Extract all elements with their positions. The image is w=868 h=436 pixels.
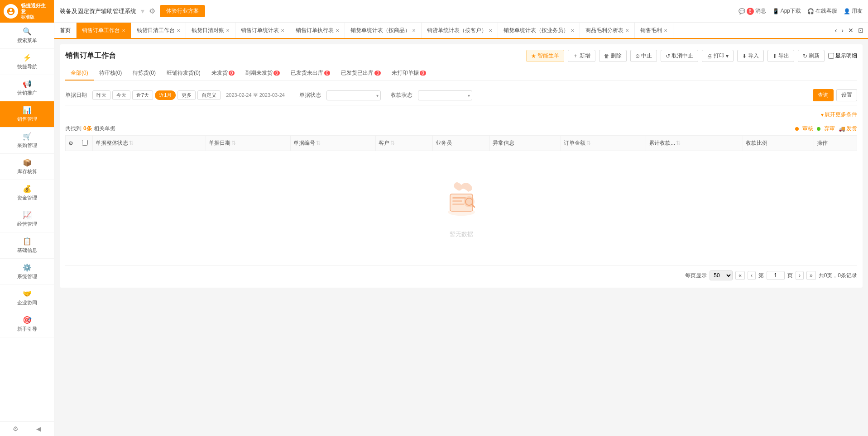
subtab-unprinted[interactable]: 未打印单据0 xyxy=(386,66,432,81)
show-detail-label[interactable]: 显示明细 xyxy=(828,52,857,60)
refresh-btn[interactable]: ↻ 刷新 xyxy=(798,50,825,62)
tab-sales-summary-product[interactable]: 销货单统计表（按商品） ✕ xyxy=(345,23,422,38)
export-btn[interactable]: ⬆ 导出 xyxy=(767,50,794,62)
ship-btn[interactable]: 🚚 发货 xyxy=(839,125,857,133)
app-download-btn[interactable]: 📱 App下载 xyxy=(772,7,801,15)
close-tab-product-margin[interactable]: ✕ xyxy=(625,28,629,33)
print-btn[interactable]: 🖨 打印 ▾ xyxy=(702,50,734,62)
close-tab-sales-execute[interactable]: ✕ xyxy=(336,28,339,33)
filter-7days[interactable]: 近7天 xyxy=(132,90,153,100)
smart-create-btn[interactable]: ★ 智能生单 xyxy=(526,50,564,62)
tab-close-all-btn[interactable]: ✕ xyxy=(846,26,855,35)
filter-1month[interactable]: 近1月 xyxy=(155,90,176,100)
last-page-btn[interactable]: » xyxy=(806,271,816,280)
subtab-pending[interactable]: 待审核(0) xyxy=(94,66,128,81)
delete-btn[interactable]: 🗑 删除 xyxy=(599,50,627,62)
subtab-all[interactable]: 全部(0) xyxy=(65,66,94,81)
cancel-stop-btn[interactable]: ↺ 取消中止 xyxy=(661,50,698,62)
sidebar-item-system[interactable]: ⚙️ 系统管理 xyxy=(0,259,54,285)
tab-prev-btn[interactable]: ‹ xyxy=(833,26,839,35)
sidebar-item-search[interactable]: 🔍 搜索菜单 xyxy=(0,23,54,49)
sidebar-item-operation[interactable]: 📈 经营管理 xyxy=(0,206,54,232)
close-tab-cash-daily[interactable]: ✕ xyxy=(177,28,180,33)
sidebar-item-inventory[interactable]: 📦 库存核算 xyxy=(0,154,54,180)
query-btn[interactable]: 查询 xyxy=(813,89,834,101)
industry-solution-btn[interactable]: 体验行业方案 xyxy=(160,5,205,17)
subtab-wangpu[interactable]: 旺铺待发货(0) xyxy=(161,66,206,81)
stop-btn[interactable]: ⊙ 中止 xyxy=(630,50,657,62)
tab-sales-summary-staff[interactable]: 销货单统计表（按业务员） ✕ xyxy=(498,23,580,38)
subtab-shipped-stocked[interactable]: 已发货已出库0 xyxy=(336,66,386,81)
select-all-checkbox[interactable] xyxy=(82,140,88,146)
message-btn[interactable]: 💬 6 消息 xyxy=(739,7,766,15)
tab-sales-stats[interactable]: 销售订单统计表 ✕ xyxy=(235,23,290,38)
payment-select[interactable] xyxy=(418,90,472,100)
tab-expand-btn[interactable]: ⊡ xyxy=(856,26,865,35)
status-select[interactable] xyxy=(326,90,381,100)
sidebar-item-guide[interactable]: 🎯 新手引导 xyxy=(0,311,54,337)
reject-btn[interactable]: 弃审 xyxy=(824,125,835,133)
user-menu[interactable]: 👤 用友 xyxy=(844,7,863,15)
phone-icon: 📱 xyxy=(772,8,779,14)
subtab-unshipped[interactable]: 未发货0 xyxy=(206,66,240,81)
close-tab-sales-summary-product[interactable]: ✕ xyxy=(412,28,416,33)
filter-today[interactable]: 今天 xyxy=(112,90,130,100)
tab-product-margin[interactable]: 商品毛利分析表 ✕ xyxy=(580,23,635,38)
subtab-shipped-unstock[interactable]: 已发货未出库0 xyxy=(285,66,336,81)
close-tab-sales-profit[interactable]: ✕ xyxy=(664,28,667,33)
empty-text: 暂无数据 xyxy=(450,230,473,238)
close-tab-sales-summary-customer[interactable]: ✕ xyxy=(489,28,492,33)
tab-cash-daily[interactable]: 钱货日清工作台 ✕ xyxy=(131,23,186,38)
sidebar-item-basic[interactable]: 📋 基础信息 xyxy=(0,232,54,259)
subtab-pending-inspect[interactable]: 待拣货(0) xyxy=(127,66,161,81)
tab-next-btn[interactable]: › xyxy=(839,26,845,35)
print-dropdown-icon: ▾ xyxy=(726,53,729,59)
filter-yesterday[interactable]: 昨天 xyxy=(92,90,110,100)
per-page-select[interactable]: 10 20 50 100 xyxy=(710,270,733,280)
import-btn[interactable]: ⬇ 导入 xyxy=(737,50,764,62)
sidebar-item-cooperation[interactable]: 🤝 企业协同 xyxy=(0,285,54,311)
filter-custom[interactable]: 自定义 xyxy=(197,90,221,100)
settings-icon[interactable]: ⚙ xyxy=(13,425,19,432)
system-title: 装备及固定资产辅助管理系统 xyxy=(60,7,136,15)
close-tab-sales-summary-staff[interactable]: ✕ xyxy=(571,28,574,33)
trash-icon: 🗑 xyxy=(604,53,609,59)
search-icon: 🔍 xyxy=(23,27,32,36)
close-tab-sales-workbench[interactable]: ✕ xyxy=(122,28,125,33)
sidebar-item-sales[interactable]: 📊 销售管理 xyxy=(0,101,54,128)
tab-sales-execute[interactable]: 销售订单执行表 ✕ xyxy=(290,23,345,38)
tab-home[interactable]: 首页 xyxy=(54,23,77,38)
tab-sales-profit[interactable]: 销售毛利 ✕ xyxy=(635,23,673,38)
total-count: 0条 xyxy=(83,125,92,133)
sidebar-item-finance[interactable]: 💰 资金管理 xyxy=(0,180,54,206)
settings-btn[interactable]: ⚙ xyxy=(149,7,155,15)
tab-sales-workbench[interactable]: 销售订单工作台 ✕ xyxy=(77,23,131,38)
tab-cash-reconcile[interactable]: 钱货日清对账 ✕ xyxy=(186,23,235,38)
first-page-btn[interactable]: « xyxy=(735,271,745,280)
collapse-icon[interactable]: ◀ xyxy=(36,425,41,432)
col-settings-icon[interactable]: ⚙ xyxy=(68,140,73,147)
next-page-btn[interactable]: › xyxy=(796,271,804,280)
filter-settings-btn[interactable]: 设置 xyxy=(836,89,857,101)
title-dropdown-icon[interactable]: ▾ xyxy=(141,7,144,15)
filter-more[interactable]: 更多 xyxy=(177,90,196,100)
tab-sales-summary-customer[interactable]: 销货单统计表（按客户） ✕ xyxy=(422,23,498,38)
sidebar-item-marketing[interactable]: 📢 营销推广 xyxy=(0,75,54,101)
sidebar-item-quick-nav[interactable]: ⚡ 快捷导航 xyxy=(0,49,54,75)
sidebar-item-purchase[interactable]: 🛒 采购管理 xyxy=(0,128,54,154)
filter-action-btns: 查询 设置 xyxy=(813,89,857,101)
add-btn[interactable]: ＋ 新增 xyxy=(568,50,595,62)
page-input[interactable] xyxy=(767,271,785,280)
audit-btn[interactable]: 审核 xyxy=(802,125,813,133)
show-detail-checkbox[interactable] xyxy=(828,53,834,59)
handshake-icon: 🤝 xyxy=(23,289,32,298)
subtab-overdue[interactable]: 到期未发货0 xyxy=(240,66,285,81)
close-tab-sales-stats[interactable]: ✕ xyxy=(281,28,284,33)
expand-btn[interactable]: ▾ 展开更多条件 xyxy=(821,111,857,118)
action-bar: 共找到 0条 相关单据 审核 弃审 🚚 发货 xyxy=(65,122,857,135)
filter-dates: 昨天 今天 近7天 近1月 更多 自定义 xyxy=(92,90,221,100)
close-tab-cash-reconcile[interactable]: ✕ xyxy=(226,28,230,33)
prev-page-btn[interactable]: ‹ xyxy=(748,271,756,280)
online-service-btn[interactable]: 🎧 在线客服 xyxy=(807,7,837,15)
ship-icon: 🚚 xyxy=(839,126,845,132)
